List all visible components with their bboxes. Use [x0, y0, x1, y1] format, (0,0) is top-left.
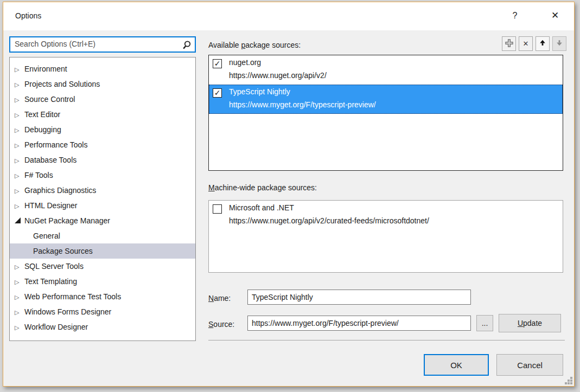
add-source-button[interactable] — [502, 36, 516, 51]
expander-collapsed-icon[interactable]: ▷ — [15, 107, 24, 123]
update-button[interactable]: Update — [499, 314, 561, 332]
resize-grip[interactable] — [564, 377, 572, 385]
arrow-up-icon — [539, 39, 546, 48]
search-placeholder: Search Options (Ctrl+E) — [15, 40, 95, 48]
sidebar-item-nuget-package-manager[interactable]: NuGet Package Manager — [10, 213, 195, 228]
titlebar[interactable]: Options ? ✕ — [3, 2, 574, 30]
name-label: Name: — [208, 294, 231, 303]
search-input[interactable]: Search Options (Ctrl+E) — [9, 36, 196, 53]
search-icon — [182, 40, 192, 53]
source-field[interactable]: https://www.myget.org/F/typescript-previ… — [247, 316, 471, 331]
sidebar-item-environment[interactable]: ▷Environment — [10, 61, 195, 76]
name-field[interactable]: TypeScript Nightly — [247, 290, 471, 305]
source-name: Microsoft and .NET — [229, 203, 294, 212]
close-button[interactable]: ✕ — [546, 7, 564, 25]
machine-wide-sources-label: Machine-wide package sources: — [208, 183, 317, 192]
sidebar-item-performance-tools[interactable]: ▷Performance Tools — [10, 137, 195, 152]
expander-collapsed-icon[interactable]: ▷ — [15, 274, 24, 290]
machine-wide-sources-list: Microsoft and .NET https://www.nuget.org… — [208, 200, 563, 273]
check-icon: ✓ — [214, 88, 221, 97]
options-dialog: Options ? ✕ Search Options (Ctrl+E) ▷Env… — [3, 2, 575, 387]
move-up-button[interactable] — [536, 36, 550, 51]
expander-collapsed-icon[interactable]: ▷ — [15, 138, 24, 153]
move-down-button[interactable] — [552, 36, 566, 51]
ellipsis-icon: ... — [482, 319, 488, 327]
expander-collapsed-icon[interactable]: ▷ — [15, 183, 24, 198]
options-tree: ▷Environment ▷Projects and Solutions ▷So… — [9, 57, 196, 341]
browse-button[interactable]: ... — [476, 315, 493, 331]
sidebar-item-text-editor[interactable]: ▷Text Editor — [10, 107, 195, 122]
cancel-button[interactable]: Cancel — [496, 354, 563, 376]
sidebar-item-general[interactable]: General — [10, 228, 195, 243]
expander-collapsed-icon[interactable]: ▷ — [15, 123, 24, 138]
source-url: https://www.nuget.org/api/v2/curated-fee… — [229, 216, 429, 225]
expander-collapsed-icon[interactable]: ▷ — [15, 77, 24, 92]
sidebar-item-source-control[interactable]: ▷Source Control — [10, 92, 195, 107]
expander-expanded-icon[interactable] — [15, 214, 24, 229]
sidebar-item-html-designer[interactable]: ▷HTML Designer — [10, 198, 195, 213]
checkbox[interactable] — [213, 204, 222, 214]
source-url: https://www.myget.org/F/typescript-previ… — [229, 100, 376, 109]
arrow-down-icon — [556, 39, 563, 48]
expander-collapsed-icon[interactable]: ▷ — [15, 198, 24, 214]
checkbox[interactable]: ✓ — [213, 59, 222, 68]
expander-collapsed-icon[interactable]: ▷ — [15, 290, 24, 305]
sidebar-item-workflow-designer[interactable]: ▷Workflow Designer — [10, 319, 195, 335]
x-icon: ✕ — [523, 40, 529, 48]
sidebar-item-database-tools[interactable]: ▷Database Tools — [10, 152, 195, 168]
available-sources-label: Available package sources: — [208, 41, 301, 49]
source-row-nuget-org[interactable]: ✓ nuget.org https://www.nuget.org/api/v2… — [209, 55, 563, 85]
sidebar-item-web-performance-test-tools[interactable]: ▷Web Performance Test Tools — [10, 289, 195, 304]
expander-collapsed-icon[interactable]: ▷ — [15, 259, 24, 274]
source-label: Source: — [208, 320, 234, 329]
update-button-label: Update — [518, 319, 542, 327]
sidebar-item-debugging[interactable]: ▷Debugging — [10, 122, 195, 137]
expander-collapsed-icon[interactable]: ▷ — [15, 153, 24, 168]
expander-collapsed-icon[interactable]: ▷ — [15, 62, 24, 77]
source-name: nuget.org — [229, 58, 261, 67]
remove-source-button[interactable]: ✕ — [519, 36, 533, 51]
expander-collapsed-icon[interactable]: ▷ — [15, 168, 24, 183]
source-name: TypeScript Nightly — [229, 87, 290, 96]
separator — [208, 340, 565, 340]
expander-collapsed-icon[interactable]: ▷ — [15, 92, 24, 107]
window-title: Options — [15, 11, 41, 20]
check-icon: ✓ — [214, 59, 221, 68]
ok-button[interactable]: OK — [424, 354, 489, 376]
expander-collapsed-icon[interactable]: ▷ — [15, 305, 24, 320]
source-list-toolbar: ✕ — [496, 36, 566, 51]
source-row-typescript-nightly[interactable]: ✓ TypeScript Nightly https://www.myget.o… — [209, 85, 563, 114]
source-url: https://www.nuget.org/api/v2/ — [229, 71, 327, 80]
ok-button-label: OK — [450, 361, 462, 370]
close-icon: ✕ — [551, 10, 559, 21]
sidebar-item-graphics-diagnostics[interactable]: ▷Graphics Diagnostics — [10, 183, 195, 198]
sidebar-item-sql-server-tools[interactable]: ▷SQL Server Tools — [10, 259, 195, 274]
sidebar-item-projects-and-solutions[interactable]: ▷Projects and Solutions — [10, 76, 195, 92]
sidebar-item-package-sources[interactable]: Package Sources — [10, 243, 195, 259]
plus-icon — [505, 38, 514, 49]
help-button[interactable]: ? — [506, 7, 524, 25]
expander-collapsed-icon[interactable]: ▷ — [15, 320, 24, 335]
checkbox[interactable]: ✓ — [213, 88, 222, 98]
sidebar-item-windows-forms-designer[interactable]: ▷Windows Forms Designer — [10, 304, 195, 319]
source-row-microsoft-dotnet[interactable]: Microsoft and .NET https://www.nuget.org… — [209, 201, 563, 230]
available-sources-list: ✓ nuget.org https://www.nuget.org/api/v2… — [208, 55, 563, 171]
sidebar-item-fsharp-tools[interactable]: ▷F# Tools — [10, 168, 195, 183]
cancel-button-label: Cancel — [517, 361, 543, 370]
help-icon: ? — [513, 11, 518, 20]
sidebar-item-text-templating[interactable]: ▷Text Templating — [10, 274, 195, 289]
